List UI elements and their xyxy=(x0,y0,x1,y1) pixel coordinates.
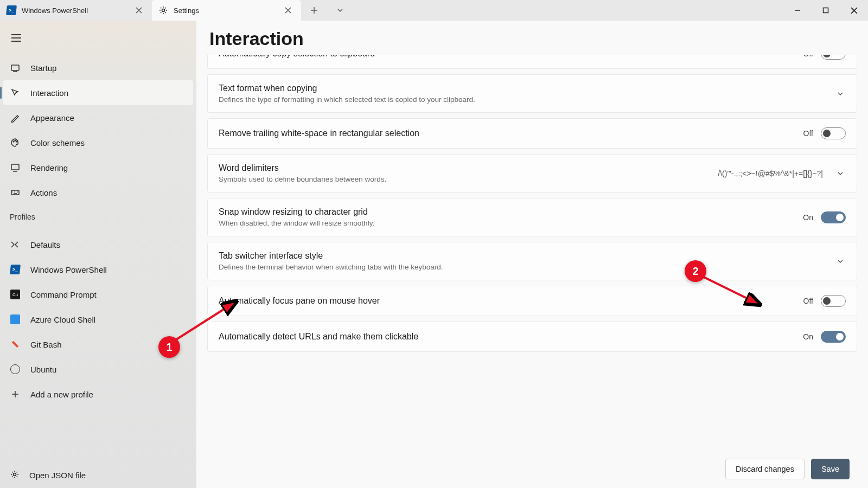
open-json-file[interactable]: Open JSON file xyxy=(0,462,196,488)
svg-rect-2 xyxy=(11,65,19,70)
startup-icon xyxy=(10,62,21,73)
setting-trim-trailing[interactable]: Remove trailing white-space in rectangul… xyxy=(207,118,857,149)
setting-subtitle: Defines the terminal behavior when switc… xyxy=(219,263,835,271)
minimize-button[interactable] xyxy=(783,0,812,21)
title-bar: >_ Windows PowerShell Settings xyxy=(0,0,868,21)
sidebar-item-label: Ubuntu xyxy=(30,365,56,374)
svg-rect-7 xyxy=(11,190,19,195)
toggle-switch[interactable] xyxy=(821,55,846,60)
open-json-label: Open JSON file xyxy=(29,471,86,480)
word-delimiters-value: /\()"'-.,:;<>~!@#$%^&*|+=[]{}~?| xyxy=(718,169,823,178)
close-window-button[interactable] xyxy=(840,0,868,21)
discard-button[interactable]: Discard changes xyxy=(725,459,805,479)
setting-title: Word delimiters xyxy=(219,163,718,173)
svg-point-3 xyxy=(13,141,14,142)
profile-azure[interactable]: Azure Cloud Shell xyxy=(0,307,196,332)
powershell-icon: >_ xyxy=(10,264,21,275)
chevron-down-icon xyxy=(835,88,846,99)
setting-snap-resize[interactable]: Snap window resizing to character grid W… xyxy=(207,198,857,236)
setting-focus-hover[interactable]: Automatically focus pane on mouse hover … xyxy=(207,286,857,316)
rendering-icon xyxy=(10,162,21,173)
setting-title: Snap window resizing to character grid xyxy=(219,207,803,217)
toggle-state-label: On xyxy=(803,213,813,222)
annotation-badge-2: 2 xyxy=(685,260,706,282)
setting-tab-switcher[interactable]: Tab switcher interface style Defines the… xyxy=(207,242,857,280)
svg-rect-1 xyxy=(824,8,828,13)
chevron-down-icon xyxy=(835,168,846,179)
setting-subtitle: Symbols used to define boundaries betwee… xyxy=(219,175,718,183)
close-icon[interactable] xyxy=(282,4,295,17)
svg-point-4 xyxy=(15,140,16,141)
profiles-header: Profiles xyxy=(0,205,196,226)
sidebar-item-label: Actions xyxy=(30,188,57,197)
gear-icon xyxy=(158,5,168,15)
svg-point-0 xyxy=(162,9,165,12)
page-title: Interaction xyxy=(196,21,868,55)
profile-powershell[interactable]: >_ Windows PowerShell xyxy=(0,257,196,282)
sidebar-item-label: Add a new profile xyxy=(30,390,93,399)
sidebar-item-label: Interaction xyxy=(30,88,68,98)
keyboard-icon xyxy=(10,187,21,198)
sidebar-item-label: Windows PowerShell xyxy=(30,265,107,274)
setting-subtitle: Defines the type of formatting in which … xyxy=(219,95,835,104)
sidebar-item-label: Azure Cloud Shell xyxy=(30,315,95,324)
ubuntu-icon xyxy=(10,364,21,375)
svg-point-9 xyxy=(14,473,16,476)
add-profile[interactable]: Add a new profile xyxy=(0,382,196,407)
toggle-state-label: Off xyxy=(803,129,813,138)
new-tab-button[interactable] xyxy=(301,0,327,21)
gear-icon xyxy=(10,470,20,481)
interaction-icon xyxy=(10,87,21,98)
content-area: Interaction Automatically copy selection… xyxy=(196,21,868,488)
setting-auto-copy[interactable]: Automatically copy selection to clipboar… xyxy=(207,55,857,69)
save-button[interactable]: Save xyxy=(811,459,850,479)
setting-word-delimiters[interactable]: Word delimiters Symbols used to define b… xyxy=(207,154,857,192)
toggle-switch[interactable] xyxy=(821,127,846,139)
tab-dropdown-button[interactable] xyxy=(327,0,353,21)
profile-cmd[interactable]: C:\ Command Prompt xyxy=(0,282,196,307)
sidebar-item-color-schemes[interactable]: Color schemes xyxy=(0,130,196,155)
toggle-state-label: Off xyxy=(803,55,813,58)
sidebar-item-appearance[interactable]: Appearance xyxy=(0,105,196,130)
setting-detect-urls[interactable]: Automatically detect URLs and make them … xyxy=(207,322,857,352)
hamburger-button[interactable] xyxy=(4,27,28,49)
toggle-switch[interactable] xyxy=(821,211,846,223)
plus-icon xyxy=(10,389,21,400)
tab-actions xyxy=(301,0,353,21)
azure-icon xyxy=(10,314,21,325)
sidebar-item-label: Defaults xyxy=(30,240,60,249)
sidebar: Startup Interaction Appearance Color sch… xyxy=(0,21,196,488)
tab-label: Settings xyxy=(174,7,199,15)
close-icon[interactable] xyxy=(132,4,145,17)
setting-text-format[interactable]: Text format when copying Defines the typ… xyxy=(207,74,857,113)
setting-title: Automatically detect URLs and make them … xyxy=(219,332,803,342)
chevron-down-icon xyxy=(835,256,846,267)
appearance-icon xyxy=(10,112,21,123)
sidebar-item-label: Color schemes xyxy=(30,138,85,147)
sidebar-item-rendering[interactable]: Rendering xyxy=(0,155,196,180)
toggle-switch[interactable] xyxy=(821,331,846,343)
sidebar-item-actions[interactable]: Actions xyxy=(0,180,196,205)
profile-defaults[interactable]: Defaults xyxy=(0,232,196,257)
svg-rect-8 xyxy=(12,341,19,348)
setting-title: Text format when copying xyxy=(219,84,835,93)
cmd-icon: C:\ xyxy=(10,289,21,300)
profile-ubuntu[interactable]: Ubuntu xyxy=(0,357,196,382)
sidebar-item-startup[interactable]: Startup xyxy=(0,55,196,80)
footer: Discard changes Save xyxy=(196,450,868,488)
window-controls xyxy=(783,0,868,21)
powershell-icon: >_ xyxy=(7,5,16,15)
maximize-button[interactable] xyxy=(812,0,840,21)
setting-title: Automatically focus pane on mouse hover xyxy=(219,296,803,306)
annotation-badge-1: 1 xyxy=(158,336,180,358)
defaults-icon xyxy=(10,239,21,250)
gitbash-icon xyxy=(10,339,21,350)
toggle-switch[interactable] xyxy=(821,295,846,307)
sidebar-item-interaction[interactable]: Interaction xyxy=(3,80,193,105)
setting-subtitle: When disabled, the window will resize sm… xyxy=(219,219,803,227)
palette-icon xyxy=(10,137,21,148)
tab-powershell[interactable]: >_ Windows PowerShell xyxy=(0,0,152,21)
tab-settings[interactable]: Settings xyxy=(152,0,301,21)
settings-scroll[interactable]: Automatically copy selection to clipboar… xyxy=(196,55,868,450)
sidebar-item-label: Appearance xyxy=(30,113,74,123)
